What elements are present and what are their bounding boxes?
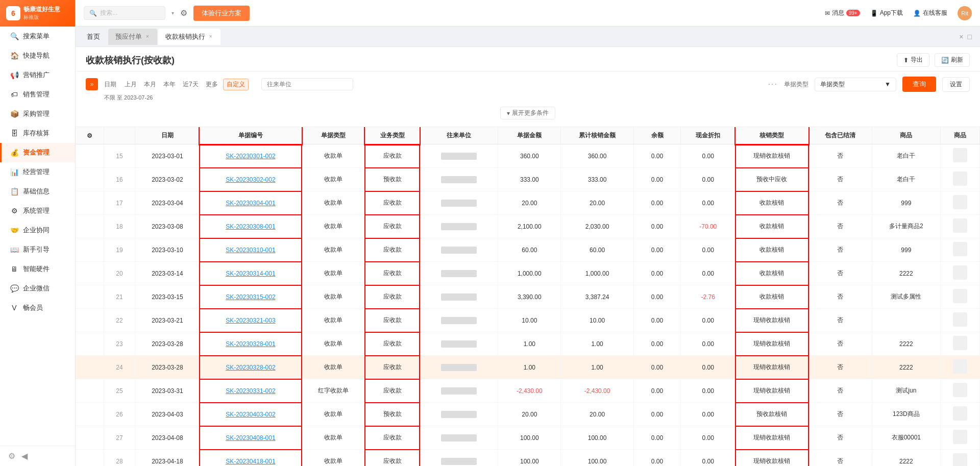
cell-goods: 老白干 xyxy=(872,168,941,191)
member-icon: V xyxy=(10,304,19,312)
docno-link[interactable]: SK-20230328-001 xyxy=(226,340,275,348)
settings-icon[interactable]: ⚙ xyxy=(8,451,15,461)
expand-more-button[interactable]: ▾ 展开更多条件 xyxy=(500,107,555,119)
table-row: 242023-03-28SK-20230328-002收款单应收款1.001.0… xyxy=(76,356,980,379)
date-more-btn[interactable]: 更多 xyxy=(204,79,220,90)
col-gear-header[interactable]: ⚙ xyxy=(76,127,104,144)
tab-presale-label: 预应付单 xyxy=(115,32,142,41)
cell-amount: 1.00 xyxy=(498,356,561,379)
sidebar-item-inventory[interactable]: 🗄 库存核算 xyxy=(0,124,75,143)
window-max-icon[interactable]: □ xyxy=(968,33,972,41)
cell-date: 2023-03-14 xyxy=(135,262,200,285)
filter-expand-btn[interactable]: » xyxy=(86,78,98,90)
collapse-icon[interactable]: ◀ xyxy=(21,451,28,461)
app-download-btn[interactable]: 📱 App下载 xyxy=(870,9,903,17)
col-docno-header[interactable]: 单据编号 xyxy=(200,127,302,144)
col-balance-header[interactable]: 余额 xyxy=(633,127,680,144)
cell-partner xyxy=(420,262,498,285)
dropdown-arrow-icon[interactable]: ▾ xyxy=(172,10,174,16)
col-date-header[interactable]: 日期 xyxy=(135,127,200,144)
col-total-verify-header[interactable]: 累计核销金额 xyxy=(561,127,634,144)
col-biztype-header[interactable]: 业务类型 xyxy=(365,127,420,144)
date-7days-btn[interactable]: 近7天 xyxy=(181,79,201,90)
date-last-month-btn[interactable]: 上月 xyxy=(122,79,139,90)
col-doctype-header[interactable]: 单据类型 xyxy=(302,127,365,144)
sidebar-item-corp[interactable]: 🤝 企业协同 xyxy=(0,220,75,240)
sidebar-item-system[interactable]: ⚙ 系统管理 xyxy=(0,201,75,220)
col-verify-type-header[interactable]: 核销类型 xyxy=(736,127,808,144)
cell-cash-discount: 0.00 xyxy=(681,332,736,356)
sidebar-item-marketing[interactable]: 📢 营销推广 xyxy=(0,65,75,85)
date-this-year-btn[interactable]: 本年 xyxy=(161,79,178,90)
export-button[interactable]: ⬆ 导出 xyxy=(897,53,929,67)
tab-home[interactable]: 首页 xyxy=(80,29,107,45)
cell-biztype: 应收款 xyxy=(365,285,420,309)
messages-btn[interactable]: ✉ 消息 99+ xyxy=(825,9,860,17)
doc-type-label: 单据类型 xyxy=(784,80,808,89)
tab-verify[interactable]: 收款核销执行 × xyxy=(158,29,220,45)
docno-link[interactable]: SK-20230331-002 xyxy=(226,387,275,395)
cell-settled: 否 xyxy=(808,168,872,191)
docno-link[interactable]: SK-20230310-001 xyxy=(226,247,275,254)
cell-amount: 360.00 xyxy=(498,144,561,168)
doc-type-select[interactable]: 单据类型 ▼ xyxy=(815,78,896,91)
sidebar-item-guide[interactable]: 📖 新手引导 xyxy=(0,240,75,259)
date-this-month-btn[interactable]: 本月 xyxy=(142,79,158,90)
sidebar-item-operation[interactable]: 📊 经营管理 xyxy=(0,162,75,182)
docno-link[interactable]: SK-20230328-002 xyxy=(226,364,275,371)
cell-doctype: 红字收款单 xyxy=(302,379,365,403)
tab-presale[interactable]: 预应付单 × xyxy=(108,29,157,45)
cell-goods: 测试jun xyxy=(872,379,941,403)
cell-rownum: 17 xyxy=(104,191,135,215)
refresh-button[interactable]: 🔄 刷新 xyxy=(935,53,970,67)
sidebar-item-basic[interactable]: 📋 基础信息 xyxy=(0,182,75,201)
tab-presale-close-icon[interactable]: × xyxy=(145,33,150,40)
cell-rownum: 24 xyxy=(104,356,135,379)
sidebar-item-wechat[interactable]: 💬 企业微信 xyxy=(0,279,75,298)
docno-link[interactable]: SK-20230302-002 xyxy=(226,176,275,183)
col-settled-header[interactable]: 包含已结清 xyxy=(808,127,872,144)
docno-link[interactable]: SK-20230321-003 xyxy=(226,317,275,324)
docno-link[interactable]: SK-20230408-001 xyxy=(226,434,275,442)
online-service-btn[interactable]: 👤 在线客服 xyxy=(913,9,947,17)
docno-link[interactable]: SK-20230403-002 xyxy=(226,411,275,418)
gear-icon[interactable]: ⚙ xyxy=(180,8,187,18)
tab-verify-close-icon[interactable]: × xyxy=(208,33,213,40)
query-button[interactable]: 查询 xyxy=(902,77,936,92)
cell-verify-type: 现销收款核销 xyxy=(736,356,808,379)
sidebar-nav: 🔍 搜索菜单 🏠 快捷导航 📢 营销推广 🏷 销售管理 📦 采购管理 🗄 库存核… xyxy=(0,27,75,446)
setting-button[interactable]: 设置 xyxy=(942,77,970,92)
sidebar-item-member[interactable]: V 畅会员 xyxy=(0,298,75,317)
docno-link[interactable]: SK-20230314-001 xyxy=(226,270,275,277)
col-cash-discount-header[interactable]: 现金折扣 xyxy=(681,127,736,144)
cell-settled: 否 xyxy=(808,309,872,332)
cell-date: 2023-03-15 xyxy=(135,285,200,309)
sidebar-item-quicknav[interactable]: 🏠 快捷导航 xyxy=(0,46,75,65)
sidebar-item-hardware[interactable]: 🖥 智能硬件 xyxy=(0,259,75,279)
cell-rownum: 18 xyxy=(104,215,135,238)
sidebar-item-finance[interactable]: 💰 资金管理 xyxy=(0,143,75,162)
sidebar-item-label: 销售管理 xyxy=(23,90,50,99)
sidebar-item-purchase[interactable]: 📦 采购管理 xyxy=(0,104,75,124)
docno-link[interactable]: SK-20230315-002 xyxy=(226,293,275,301)
sidebar-item-sales[interactable]: 🏷 销售管理 xyxy=(0,85,75,104)
sidebar-item-search[interactable]: 🔍 搜索菜单 xyxy=(0,27,75,46)
date-custom-btn[interactable]: 自定义 xyxy=(223,79,249,90)
col-amount-header[interactable]: 单据金额 xyxy=(498,127,561,144)
col-goods2-header[interactable]: 商品 xyxy=(941,127,980,144)
avatar[interactable]: Rit xyxy=(958,6,972,20)
table-gear-icon[interactable]: ⚙ xyxy=(87,132,92,139)
docno-link[interactable]: SK-20230304-001 xyxy=(226,200,275,207)
docno-link[interactable]: SK-20230308-001 xyxy=(226,223,275,230)
col-partner-header[interactable]: 往来单位 xyxy=(420,127,498,144)
docno-link[interactable]: SK-20230418-001 xyxy=(226,458,275,465)
col-goods-header[interactable]: 商品 xyxy=(872,127,941,144)
cell-total-verify: 3,387.24 xyxy=(561,285,634,309)
industry-btn[interactable]: 体验行业方案 xyxy=(193,6,250,21)
filter-more-dots[interactable]: ··· xyxy=(768,80,778,89)
cell-date: 2023-03-02 xyxy=(135,168,200,191)
cell-total-verify: 2,030.00 xyxy=(561,215,634,238)
partner-input[interactable] xyxy=(261,78,353,90)
docno-link[interactable]: SK-20230301-002 xyxy=(226,153,275,160)
window-close-icon[interactable]: × xyxy=(959,33,963,41)
